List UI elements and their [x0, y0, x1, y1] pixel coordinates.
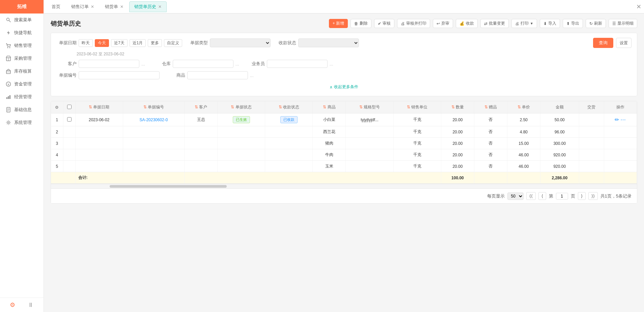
customer-label: 客户: [56, 61, 77, 67]
customer-input[interactable]: [79, 60, 139, 68]
col-price: ⇅ 单价: [507, 101, 540, 113]
sidebar: 拓维 搜索菜单 快捷导航 销售管理 采购管理 库存核算 ¥ 资金管理: [0, 0, 44, 312]
staff-dots[interactable]: ...: [330, 61, 333, 67]
show-detail-button[interactable]: ☰ 显示明细: [609, 19, 637, 28]
docno-input[interactable]: [79, 71, 160, 79]
first-page-button[interactable]: ⟨⟨: [526, 192, 536, 200]
sidebar-item-system-mgmt[interactable]: 系统管理: [0, 116, 44, 129]
row-delivery-cell: [579, 113, 604, 126]
scroll-bar[interactable]: [51, 184, 637, 188]
row-spec-cell: tyjyjtyjdf...: [346, 113, 393, 126]
customer-dots[interactable]: ...: [141, 61, 145, 67]
row-docno-cell: [123, 126, 184, 138]
audit-button[interactable]: ✔ 审核: [374, 19, 394, 28]
date-btn-more[interactable]: 更多: [148, 39, 162, 47]
col-checkbox[interactable]: [63, 101, 75, 113]
row-actions-cell: [604, 138, 637, 149]
abandon-icon: ↩: [437, 21, 440, 26]
sort-icon: ⇅: [323, 105, 326, 109]
refresh-button[interactable]: ↻ 刷新: [586, 19, 606, 28]
tab-sales-order-close[interactable]: ✕: [91, 4, 94, 9]
last-page-button[interactable]: ⟩⟩: [588, 192, 598, 200]
batch-change-button[interactable]: ⇄ 批量变更: [480, 19, 509, 28]
tab-sales-goods[interactable]: 销货单 ✕: [100, 1, 129, 12]
row-checkbox[interactable]: [67, 117, 72, 122]
payment-select[interactable]: [298, 38, 359, 47]
row-checkbox-cell[interactable]: [63, 126, 75, 138]
sidebar-item-ops-mgmt[interactable]: 经营管理: [0, 90, 44, 103]
row-docno-cell: [123, 161, 184, 172]
sidebar-item-purchase-mgmt[interactable]: 采购管理: [0, 52, 44, 65]
tab-bar-close-all[interactable]: ✕: [636, 3, 641, 10]
row-gift-cell: 否: [474, 149, 507, 161]
date-btn-custom[interactable]: 自定义: [164, 39, 182, 47]
date-btn-yesterday[interactable]: 昨天: [79, 39, 93, 47]
row-checkbox-cell[interactable]: [63, 149, 75, 161]
col-gift: ⇅ 赠品: [474, 101, 507, 113]
import-button[interactable]: ⬇ 导入: [540, 19, 560, 28]
sidebar-item-quick-nav[interactable]: 快捷导航: [0, 26, 44, 39]
date-btn-today[interactable]: 今天: [95, 39, 109, 47]
delete-button[interactable]: 🗑 删除: [351, 19, 371, 28]
abandon-button[interactable]: ↩ 弃审: [433, 19, 453, 28]
next-page-button[interactable]: ⟩: [578, 192, 586, 200]
row-gift-cell: 否: [474, 138, 507, 149]
goods-dots[interactable]: ...: [250, 73, 254, 78]
query-button[interactable]: 查询: [593, 38, 613, 48]
page-size-select[interactable]: 50: [507, 192, 524, 200]
audit-print-button[interactable]: 🖨 审核并打印: [397, 19, 430, 28]
sidebar-item-inventory-calc[interactable]: 库存核算: [0, 65, 44, 78]
doc-no-link[interactable]: SA-20230602-0: [139, 118, 168, 122]
sidebar-item-sales-mgmt[interactable]: 销售管理: [0, 39, 44, 52]
tab-sales-goods-close[interactable]: ✕: [120, 4, 123, 9]
tab-sales-history[interactable]: 销货单历史 ✕: [129, 1, 167, 12]
edit-action-button[interactable]: ✏: [615, 117, 619, 123]
search-panel: 单据日期 昨天 今天 近7天 近1月 更多 自定义 单据类型: [51, 33, 637, 96]
row-checkbox-cell[interactable]: [63, 113, 75, 126]
sort-icon: ⇅: [517, 105, 521, 109]
pause-bottom-icon[interactable]: ⏸: [28, 302, 34, 309]
date-range-display: 2023-06-02 至 2023-06-02: [77, 51, 632, 57]
collapse-button[interactable]: ∧ 收起更多条件: [56, 83, 632, 91]
select-all-checkbox[interactable]: [67, 105, 72, 109]
set-button[interactable]: 设置: [616, 38, 632, 48]
sidebar-item-basic-info[interactable]: 基础信息: [0, 103, 44, 116]
new-button[interactable]: + 新增: [329, 19, 348, 28]
tab-sales-order[interactable]: 销售订单 ✕: [66, 1, 99, 12]
table-settings-icon[interactable]: ⚙: [55, 105, 59, 110]
col-qty: ⇅ 数量: [441, 101, 474, 113]
warehouse-dots[interactable]: ...: [235, 61, 239, 67]
col-action: 操作: [604, 101, 637, 113]
row-actions-cell: [604, 161, 637, 172]
print-button[interactable]: 🖨 打印 ▼: [511, 19, 537, 28]
page-number-input[interactable]: [556, 193, 568, 200]
row-checkbox-cell[interactable]: [63, 161, 75, 172]
tab-home[interactable]: 首页: [47, 1, 65, 12]
search-row-1: 单据日期 昨天 今天 近7天 近1月 更多 自定义 单据类型: [56, 38, 632, 48]
collect-button[interactable]: 💰 收款: [456, 19, 478, 28]
sort-icon: ⇅: [143, 105, 147, 109]
collect-icon: 💰: [459, 21, 465, 26]
goods-input[interactable]: [187, 71, 248, 79]
col-doc-status: ⇅ 单据状态: [218, 101, 265, 113]
summary-delivery: [579, 172, 604, 184]
type-select[interactable]: [210, 38, 271, 47]
col-settings[interactable]: ⚙: [51, 101, 63, 113]
col-date: ⇅ 单据日期: [75, 101, 123, 113]
sidebar-item-search-menu[interactable]: 搜索菜单: [0, 14, 44, 26]
staff-input[interactable]: [267, 60, 328, 68]
date-btn-7days[interactable]: 近7天: [111, 39, 128, 47]
sort-icon: ⇅: [279, 105, 282, 109]
warehouse-input[interactable]: [173, 60, 233, 68]
more-action-button[interactable]: ⋯: [620, 117, 626, 123]
row-doc-status-cell: [218, 138, 265, 149]
sidebar-item-finance-mgmt[interactable]: ¥ 资金管理: [0, 78, 44, 90]
show-detail-icon: ☰: [612, 21, 616, 26]
export-button[interactable]: ⬆ 导出: [563, 19, 583, 28]
row-checkbox-cell[interactable]: [63, 138, 75, 149]
prev-page-button[interactable]: ⟨: [538, 192, 546, 200]
tab-sales-history-close[interactable]: ✕: [158, 4, 162, 9]
sidebar-item-label: 销售管理: [14, 43, 32, 49]
date-btn-1month[interactable]: 近1月: [130, 39, 146, 47]
settings-bottom-icon[interactable]: ⚙: [10, 301, 15, 309]
